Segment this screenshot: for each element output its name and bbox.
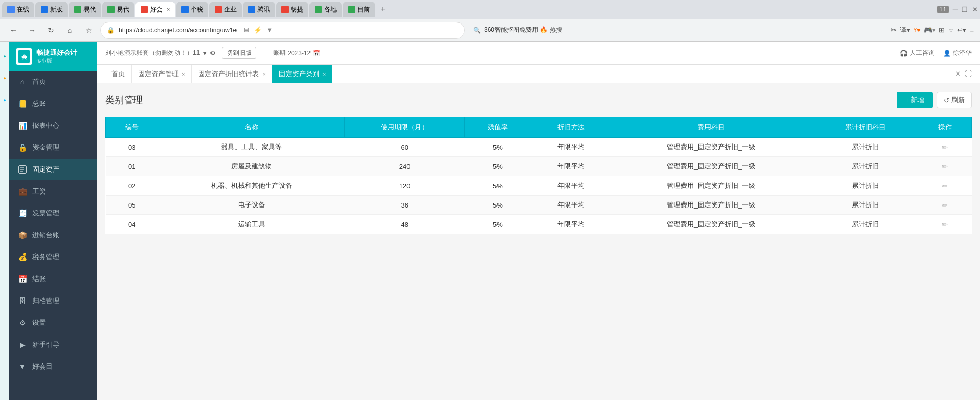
- calendar-icon[interactable]: 📅: [313, 50, 320, 57]
- switch-version-button[interactable]: 切到旧版: [222, 47, 256, 59]
- breadcrumb-close-depreciation[interactable]: ×: [262, 71, 265, 77]
- edit-icon-3[interactable]: ✏: [942, 201, 948, 209]
- cell-action-1[interactable]: ✏: [919, 157, 971, 176]
- grid-icon[interactable]: ⊞: [939, 26, 945, 34]
- scissors-icon[interactable]: ✂: [891, 26, 897, 34]
- user-dropdown-icon[interactable]: ▼: [202, 50, 208, 57]
- browser-tab-7[interactable]: 腾讯: [243, 2, 275, 17]
- home-button[interactable]: ⌂: [63, 23, 77, 38]
- edit-icon-1[interactable]: ✏: [942, 163, 948, 171]
- sidebar-item-guide[interactable]: ▶ 新手引导: [9, 334, 97, 356]
- sidebar-item-home[interactable]: ⌂ 首页: [9, 71, 97, 93]
- cell-name-1: 房屋及建筑物: [158, 157, 345, 176]
- browser-tab-6[interactable]: 企业: [209, 2, 242, 17]
- sidebar-item-tax[interactable]: 💰 税务管理: [9, 246, 97, 268]
- menu-icon[interactable]: ≡: [970, 26, 974, 34]
- sidebar-item-more[interactable]: ▼ 好会目: [9, 356, 97, 378]
- advisor-button[interactable]: 🎧 人工咨询: [900, 49, 935, 57]
- new-tab-button[interactable]: +: [376, 3, 389, 16]
- cell-action-2[interactable]: ✏: [919, 176, 971, 196]
- edit-icon-2[interactable]: ✏: [942, 182, 948, 190]
- sidebar-item-archive[interactable]: 🗄 归档管理: [9, 290, 97, 312]
- user-avatar-area[interactable]: 👤 徐泽华: [943, 49, 972, 57]
- fund-icon: 🔒: [18, 143, 27, 152]
- guide-icon: ▶: [18, 340, 27, 349]
- sun-icon[interactable]: ☼: [948, 26, 954, 34]
- url-dropdown-icon[interactable]: 🖥: [243, 26, 250, 34]
- category-table: 编号 名称 使用期限（月） 残值率 折旧方法 费用科目 累计折旧科目 操作 03…: [105, 117, 972, 234]
- breadcrumb-close-manage[interactable]: ×: [182, 71, 185, 77]
- back-button[interactable]: ←: [6, 23, 21, 38]
- cell-accum-1: 累计折旧: [812, 157, 919, 176]
- user-settings-icon[interactable]: ⚙: [210, 50, 216, 57]
- sidebar-item-salary[interactable]: 💼 工资: [9, 180, 97, 202]
- browser-tab-2[interactable]: 易代: [69, 2, 101, 17]
- breadcrumb-tab-depreciation[interactable]: 固定资产折旧统计表 ×: [192, 65, 272, 83]
- browser-tab-4[interactable]: 好会 ×: [135, 2, 175, 17]
- logo-text-block: 畅捷通好会计 专业版: [36, 48, 77, 65]
- sidebar-label-settings: 设置: [32, 318, 46, 328]
- advisor-label: 人工咨询: [910, 49, 935, 57]
- url-arrow-icon[interactable]: ▼: [266, 26, 273, 34]
- toolbar-right: ✂ 译▾ ¥▾ 🎮▾ ⊞ ☼ ↩▾ ≡: [891, 26, 974, 35]
- sidebar-item-invoice[interactable]: 🧾 发票管理: [9, 202, 97, 224]
- game-icon[interactable]: 🎮▾: [924, 26, 936, 34]
- translate-icon[interactable]: 译▾: [900, 26, 910, 35]
- left-icon-2[interactable]: ●: [1, 90, 9, 111]
- window-restore-icon[interactable]: ❐: [962, 6, 968, 14]
- browser-tab-0[interactable]: 在线: [2, 2, 34, 17]
- tab-close-4[interactable]: ×: [167, 6, 170, 13]
- forward-button[interactable]: →: [25, 23, 40, 38]
- cell-expense-2: 管理费用_固定资产折旧_一级: [611, 176, 812, 196]
- refresh-button[interactable]: ↺ 刷新: [937, 92, 972, 108]
- col-header-expense: 费用科目: [611, 117, 812, 138]
- left-icon-0[interactable]: ●: [1, 46, 9, 67]
- window-close-icon[interactable]: ✕: [972, 6, 978, 14]
- user-name: 刘小艳演示账套（勿删勿动！）11: [105, 49, 200, 57]
- table-row: 04 运输工具 48 5% 年限平均 管理费用_固定资产折旧_一级 累计折旧 ✏: [106, 215, 972, 234]
- breadcrumb-tab-category[interactable]: 固定资产类别 ×: [272, 65, 332, 83]
- bookmark-button[interactable]: ☆: [81, 23, 96, 38]
- breadcrumb-close-category[interactable]: ×: [322, 71, 326, 77]
- breadcrumb-tab-home[interactable]: 首页: [105, 65, 132, 83]
- sidebar-item-fund[interactable]: 🔒 资金管理: [9, 137, 97, 159]
- undo-icon[interactable]: ↩▾: [957, 26, 966, 34]
- breadcrumb-tab-manage[interactable]: 固定资产管理 ×: [132, 65, 192, 83]
- url-input[interactable]: 🔒 https://cloud.chanjet.com/accounting/u…: [100, 22, 465, 39]
- left-icon-1[interactable]: ●: [1, 68, 9, 89]
- search-bar[interactable]: 🔍 360智能抠图免费用 🔥 热搜: [473, 26, 562, 34]
- browser-tab-8[interactable]: 畅提: [276, 2, 308, 17]
- cell-action-4[interactable]: ✏: [919, 215, 971, 234]
- breadcrumb-label-category: 固定资产类别: [279, 69, 319, 79]
- sidebar-item-settle[interactable]: 📅 结账: [9, 268, 97, 290]
- col-header-accum: 累计折旧科目: [812, 117, 919, 138]
- logo-icon: 会: [16, 48, 32, 65]
- edit-icon-4[interactable]: ✏: [942, 221, 948, 228]
- edit-icon-0[interactable]: ✏: [942, 143, 948, 151]
- svg-text:会: 会: [21, 54, 28, 60]
- cell-action-0[interactable]: ✏: [919, 138, 971, 157]
- sidebar-item-ledger[interactable]: 📒 总账: [9, 93, 97, 115]
- archive-icon: 🗄: [18, 296, 27, 306]
- browser-tab-10[interactable]: 目前: [343, 2, 375, 17]
- sidebar-item-settings[interactable]: ⚙ 设置: [9, 312, 97, 334]
- browser-tab-9[interactable]: 各地: [309, 2, 342, 17]
- cell-action-3[interactable]: ✏: [919, 196, 971, 215]
- page-title-row: 类别管理 + 新增 ↺ 刷新: [105, 92, 972, 108]
- search-icon: 🔍: [473, 27, 481, 34]
- panel-close-icon[interactable]: ✕: [955, 70, 961, 78]
- browser-tab-3[interactable]: 易代: [102, 2, 134, 17]
- sidebar-item-report[interactable]: 📊 报表中心: [9, 115, 97, 137]
- browser-tab-1[interactable]: 新版: [35, 2, 68, 17]
- reload-button[interactable]: ↻: [44, 23, 58, 38]
- browser-tab-5[interactable]: 个税: [176, 2, 208, 17]
- panel-maximize-icon[interactable]: ⛶: [965, 70, 972, 78]
- window-minimize-icon[interactable]: ─: [953, 6, 958, 14]
- breadcrumb-label-depreciation: 固定资产折旧统计表: [198, 69, 259, 79]
- sidebar-item-inventory[interactable]: 📦 进销台账: [9, 224, 97, 246]
- cell-method-2: 年限平均: [531, 176, 611, 196]
- sidebar-item-fixed-asset[interactable]: 固定资产: [9, 159, 97, 180]
- url-lightning-icon[interactable]: ⚡: [254, 26, 262, 34]
- add-button[interactable]: + 新增: [897, 92, 933, 108]
- coupon-icon[interactable]: ¥▾: [913, 26, 921, 34]
